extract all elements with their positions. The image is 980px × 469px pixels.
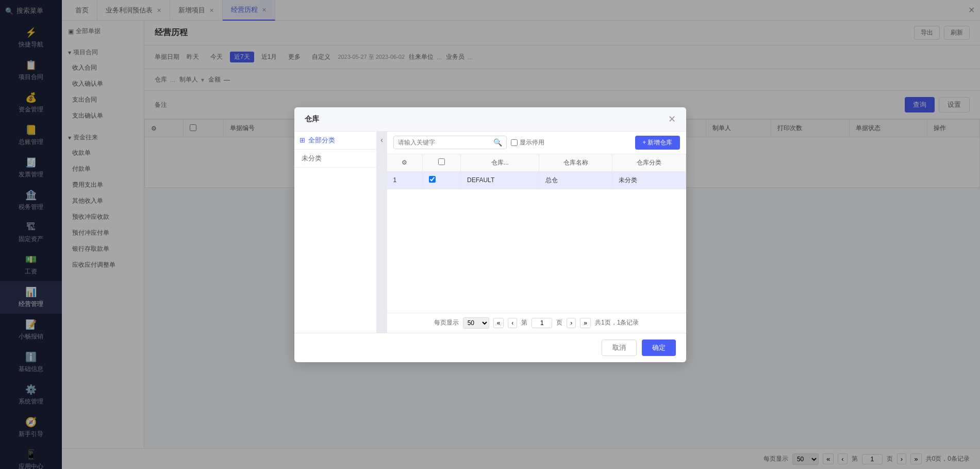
- warehouse-row[interactable]: 1 DEFAULT 总仓 未分类: [387, 171, 686, 189]
- modal-col-checkbox[interactable]: [423, 154, 461, 172]
- search-input-wrap: 🔍: [393, 136, 507, 149]
- category-all-label: 全部分类: [308, 136, 335, 145]
- modal-per-page-select[interactable]: 50 100: [463, 317, 489, 329]
- modal-close-icon[interactable]: ✕: [668, 114, 676, 125]
- show-disabled-checkbox[interactable]: [511, 139, 518, 146]
- modal-footer: 取消 确定: [294, 333, 686, 362]
- grid-icon: ⊞: [300, 136, 305, 144]
- category-panel: ⊞ 全部分类 未分类: [294, 132, 377, 333]
- show-disabled-wrap: 显示停用: [511, 138, 544, 147]
- modal-col-settings[interactable]: ⚙: [387, 154, 423, 172]
- search-icon: 🔍: [493, 138, 502, 147]
- modal-overlay: 仓库 ✕ ⊞ 全部分类 未分类 ‹ 🔍: [0, 0, 980, 469]
- row-select-checkbox[interactable]: [429, 176, 436, 183]
- modal-first-page-btn[interactable]: «: [493, 318, 504, 328]
- modal-select-all[interactable]: [438, 158, 445, 165]
- modal-body: ⊞ 全部分类 未分类 ‹ 🔍 显示停用: [294, 132, 686, 333]
- warehouse-search-input[interactable]: [398, 139, 491, 146]
- row-category: 未分类: [612, 171, 686, 189]
- modal-col-code: 仓库...: [461, 154, 539, 172]
- add-warehouse-button[interactable]: + 新增仓库: [635, 136, 679, 150]
- modal-per-page-label: 每页显示: [434, 318, 459, 327]
- modal-toolbar: 🔍 显示停用 + 新增仓库: [387, 132, 686, 154]
- row-num: 1: [387, 171, 423, 189]
- modal-title: 仓库: [305, 115, 319, 124]
- cancel-button[interactable]: 取消: [602, 339, 637, 356]
- modal-last-page-btn[interactable]: »: [580, 318, 591, 328]
- modal-table: ⚙ 仓库... 仓库名称 仓库分类 1 DEFAULT: [387, 154, 686, 313]
- modal-page-label: 第: [521, 318, 527, 327]
- panel-toggle-btn[interactable]: ‹: [377, 132, 387, 333]
- modal-header: 仓库 ✕: [294, 107, 686, 132]
- show-disabled-label: 显示停用: [520, 138, 544, 147]
- table-panel: 🔍 显示停用 + 新增仓库 ⚙ 仓库...: [387, 132, 686, 333]
- warehouse-modal: 仓库 ✕ ⊞ 全部分类 未分类 ‹ 🔍: [294, 107, 686, 362]
- confirm-button[interactable]: 确定: [642, 339, 676, 356]
- modal-total-text: 共1页，1条记录: [595, 318, 639, 327]
- category-unclassified[interactable]: 未分类: [294, 150, 376, 168]
- category-all[interactable]: ⊞ 全部分类: [294, 132, 376, 150]
- modal-pagination: 每页显示 50 100 « ‹ 第 页 › » 共1页，1条记录: [387, 313, 686, 333]
- row-code: DEFAULT: [461, 171, 539, 189]
- row-name: 总仓: [539, 171, 612, 189]
- modal-next-page-btn[interactable]: ›: [567, 318, 576, 328]
- modal-col-name: 仓库名称: [539, 154, 612, 172]
- modal-col-category: 仓库分类: [612, 154, 686, 172]
- category-unclassified-label: 未分类: [302, 154, 322, 162]
- modal-page-input[interactable]: [531, 318, 552, 328]
- modal-page-suffix: 页: [556, 318, 562, 327]
- modal-prev-page-btn[interactable]: ‹: [508, 318, 517, 328]
- row-checkbox[interactable]: [423, 171, 461, 189]
